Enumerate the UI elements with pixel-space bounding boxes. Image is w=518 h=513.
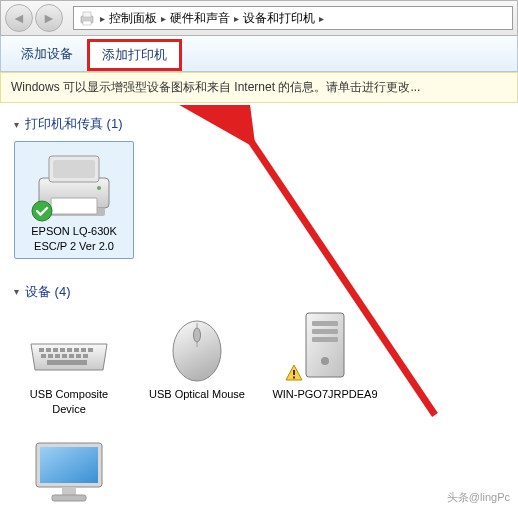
- devices-row: USB Composite Device USB Optical Mouse: [14, 309, 504, 513]
- svg-rect-5: [53, 160, 95, 178]
- svg-rect-11: [46, 348, 51, 352]
- device-item-computer[interactable]: WIN-PGO7JRPDEA9: [270, 309, 380, 417]
- forward-arrow-icon: ►: [42, 10, 56, 26]
- forward-button[interactable]: ►: [35, 4, 63, 32]
- svg-rect-18: [41, 354, 46, 358]
- device-item-usb-composite[interactable]: USB Composite Device: [14, 309, 124, 417]
- svg-rect-31: [312, 329, 338, 334]
- svg-rect-2: [83, 21, 91, 25]
- printer-item[interactable]: EPSON LQ-630K ESC/P 2 Ver 2.0: [14, 141, 134, 259]
- svg-point-9: [32, 201, 52, 221]
- device-item-monitor[interactable]: 通用即插即用监视器: [14, 434, 124, 513]
- svg-rect-22: [69, 354, 74, 358]
- svg-rect-30: [312, 321, 338, 326]
- keyboard-icon: [24, 309, 114, 383]
- svg-rect-13: [60, 348, 65, 352]
- svg-rect-19: [48, 354, 53, 358]
- computer-tower-icon: [280, 309, 370, 383]
- svg-rect-34: [293, 370, 295, 375]
- svg-point-33: [321, 357, 329, 365]
- device-label: USB Optical Mouse: [149, 387, 245, 402]
- info-bar[interactable]: Windows 可以显示增强型设备图标和来自 Internet 的信息。请单击进…: [0, 72, 518, 103]
- monitor-icon: [24, 434, 114, 508]
- svg-rect-23: [76, 354, 81, 358]
- add-device-button[interactable]: 添加设备: [7, 39, 87, 71]
- group-header-printers[interactable]: ▾ 打印机和传真 (1): [14, 115, 504, 133]
- device-item-usb-mouse[interactable]: USB Optical Mouse: [142, 309, 252, 417]
- svg-rect-14: [67, 348, 72, 352]
- svg-point-28: [194, 328, 201, 342]
- warning-badge-icon: [284, 363, 304, 383]
- svg-rect-37: [40, 447, 98, 483]
- mouse-icon: [152, 309, 242, 383]
- watermark: 头条@lingPc: [447, 490, 510, 505]
- svg-rect-35: [293, 376, 295, 378]
- printer-icon: [29, 146, 119, 220]
- svg-rect-20: [55, 354, 60, 358]
- chevron-right-icon: ▸: [100, 13, 105, 24]
- device-label: USB Composite Device: [14, 387, 124, 417]
- svg-rect-7: [51, 198, 97, 214]
- svg-rect-25: [47, 360, 87, 365]
- chevron-right-icon: ▸: [319, 13, 324, 24]
- svg-point-8: [97, 186, 101, 190]
- svg-rect-38: [62, 487, 76, 495]
- caret-down-icon: ▾: [14, 286, 19, 297]
- back-button[interactable]: ◄: [5, 4, 33, 32]
- breadcrumb: ▸ 控制面板 ▸ 硬件和声音 ▸ 设备和打印机 ▸: [96, 10, 328, 27]
- content-area: ▾ 打印机和传真 (1) EPSON LQ-630K ESC: [0, 103, 518, 513]
- chevron-right-icon: ▸: [234, 13, 239, 24]
- breadcrumb-item[interactable]: 控制面板: [109, 10, 157, 27]
- back-arrow-icon: ◄: [12, 10, 26, 26]
- svg-rect-24: [83, 354, 88, 358]
- device-label: WIN-PGO7JRPDEA9: [272, 387, 377, 402]
- svg-rect-1: [83, 12, 91, 17]
- add-printer-button[interactable]: 添加打印机: [87, 39, 182, 71]
- svg-rect-21: [62, 354, 67, 358]
- breadcrumb-item[interactable]: 设备和打印机: [243, 10, 315, 27]
- chevron-right-icon: ▸: [161, 13, 166, 24]
- breadcrumb-item[interactable]: 硬件和声音: [170, 10, 230, 27]
- svg-rect-12: [53, 348, 58, 352]
- printer-small-icon: [78, 10, 96, 26]
- toolbar: 添加设备 添加打印机: [0, 36, 518, 72]
- group-header-devices[interactable]: ▾ 设备 (4): [14, 283, 504, 301]
- device-label: EPSON LQ-630K ESC/P 2 Ver 2.0: [19, 224, 129, 254]
- nav-buttons: ◄ ►: [5, 4, 63, 32]
- svg-rect-16: [81, 348, 86, 352]
- navigation-bar: ◄ ► ▸ 控制面板 ▸ 硬件和声音 ▸ 设备和打印机 ▸: [0, 0, 518, 36]
- printers-row: EPSON LQ-630K ESC/P 2 Ver 2.0: [14, 141, 504, 259]
- group-title: 设备 (4): [25, 283, 71, 301]
- svg-rect-32: [312, 337, 338, 342]
- svg-rect-10: [39, 348, 44, 352]
- svg-rect-17: [88, 348, 93, 352]
- checkmark-badge-icon: [31, 200, 53, 222]
- group-title: 打印机和传真 (1): [25, 115, 123, 133]
- svg-rect-15: [74, 348, 79, 352]
- caret-down-icon: ▾: [14, 119, 19, 130]
- svg-rect-39: [52, 495, 86, 501]
- address-bar[interactable]: ▸ 控制面板 ▸ 硬件和声音 ▸ 设备和打印机 ▸: [73, 6, 513, 30]
